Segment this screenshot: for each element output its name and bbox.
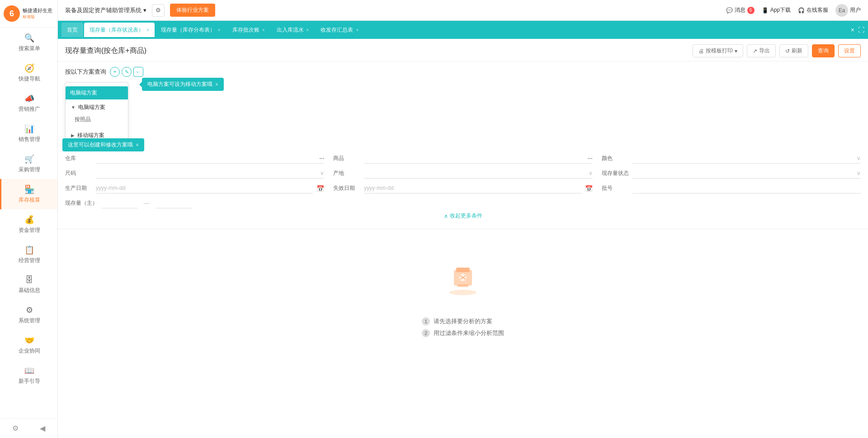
filter-goods-select[interactable]: ··· (364, 153, 592, 164)
filter-actions: + ✎ ← (110, 67, 143, 77)
tab-inventory-dist[interactable]: 现存量（库存分布表） × (156, 23, 226, 37)
filter-header: 按以下方案查询 + ✎ ← (65, 67, 861, 77)
sidebar-item-quicknav[interactable]: 🧭 快捷导航 (0, 58, 57, 88)
filter-origin-select[interactable]: ∨ (364, 168, 592, 179)
tab-bar: 首页 现存量（库存状况表） × 现存量（库存分布表） × 库存批次账 × 出入库… (58, 21, 868, 39)
add-scheme-btn[interactable]: + (110, 67, 120, 77)
tab-inventory-status[interactable]: 现存量（库存状况表） × (84, 23, 155, 37)
sidebar-item-purchase[interactable]: 🛒 采购管理 (0, 149, 57, 179)
scheme-desktop-toggle[interactable]: ▼ 电脑端方案 (66, 101, 128, 113)
export-button[interactable]: ↗ 导出 (747, 44, 776, 57)
filter-produce-date-input[interactable] (96, 183, 313, 193)
sidebar-item-base[interactable]: 🗄 基础信息 (0, 270, 57, 300)
sidebar-item-enterprise[interactable]: 🤝 企业协同 (0, 330, 57, 360)
empty-hint-1: 1 请先选择要分析的方案 (422, 317, 504, 325)
refresh-button[interactable]: ↺ 刷新 (779, 44, 808, 57)
tab-batch[interactable]: 库存批次账 × (227, 23, 270, 37)
user-action[interactable]: Ea 用户 (835, 4, 861, 17)
tab-flow[interactable]: 出入库流水 × (271, 23, 315, 37)
megaphone-icon: 📣 (24, 94, 34, 104)
sidebar-item-search[interactable]: 🔍 搜索菜单 (0, 28, 57, 58)
main-area: 装备及固定资产辅助管理系统 ▾ ⚙ 体验行业方案 💬 消息 6 📱 App下载 … (58, 0, 868, 438)
sidebar-item-inventory[interactable]: 🏪 库存核算 (0, 179, 57, 209)
sidebar: 6 畅捷通好生意 标准版 🔍 搜索菜单 🧭 快捷导航 📣 营销推广 📊 销售管理… (0, 0, 58, 438)
sidebar-item-sales[interactable]: 📊 销售管理 (0, 118, 57, 149)
sidebar-item-search-label: 搜索菜单 (19, 45, 40, 52)
tab-flow-close[interactable]: × (307, 28, 309, 33)
sidebar-item-marketing[interactable]: 📣 营销推广 (0, 88, 57, 118)
message-action[interactable]: 💬 消息 6 (726, 6, 755, 14)
tab-batch-close[interactable]: × (262, 28, 265, 33)
scheme-tooltip-1: 电脑方案可设为移动方案哦 × (142, 78, 224, 91)
filter-expire-date-label: 失效日期 (333, 184, 360, 192)
page-header: 现存量查询(按仓库+商品) 🖨 按模板打印 ▾ ↗ 导出 ↺ 刷新 查询 (58, 39, 868, 61)
tab-fullscreen-btn[interactable]: ⛶ (858, 26, 864, 33)
collapse-bar[interactable]: ∧ 收起更多条件 (65, 208, 861, 223)
search-label: 查询 (818, 47, 829, 55)
filter-size: 尺码 ∨ (65, 168, 324, 179)
filter-expire-date-input[interactable] (364, 183, 581, 193)
filter-chevron-color: ∨ (857, 155, 861, 161)
hint-1-num: 1 (422, 317, 430, 325)
filter-rows: 仓库 ··· 商品 ··· 颜色 (65, 153, 861, 208)
logo-text-area: 畅捷通好生意 标准版 (23, 7, 52, 20)
sidebar-item-finance-label: 资金管理 (19, 226, 40, 234)
settings-button[interactable]: ⚙ (152, 4, 165, 17)
filter-size-select[interactable]: ∨ (96, 168, 324, 179)
hint-2-text: 用过滤条件来缩小分析范围 (434, 329, 504, 337)
phone-icon: 📱 (762, 7, 769, 14)
svg-point-0 (449, 290, 476, 295)
chart-icon: 📊 (24, 124, 34, 134)
guide-icon: 📖 (24, 366, 34, 376)
filter-inventory-min[interactable] (101, 198, 137, 208)
industry-button[interactable]: 体验行业方案 (170, 4, 215, 17)
filter-origin: 产地 ∨ (333, 168, 592, 179)
settings-bottom-btn[interactable]: ⚙ (12, 424, 19, 433)
brand-sub: 标准版 (23, 14, 52, 20)
filter-inventory-max[interactable] (156, 198, 192, 208)
edit-scheme-btn[interactable]: ✎ (122, 67, 132, 77)
filter-produce-date: 生产日期 📅 (65, 183, 324, 193)
scheme-tooltip-2: 这里可以创建和修改方案哦 × (62, 138, 144, 151)
app-download-action[interactable]: 📱 App下载 (762, 6, 791, 14)
tab-home[interactable]: 首页 (61, 23, 83, 37)
filter-batch-label: 批号 (602, 184, 629, 192)
refresh-icon: ↺ (785, 48, 790, 54)
tab-summary[interactable]: 收发存汇总表 × (315, 23, 364, 37)
filter-batch-input[interactable] (632, 183, 861, 193)
tab-close-all-btn[interactable]: × (851, 26, 854, 33)
filter-dots-2: ··· (588, 155, 593, 161)
reset-button[interactable]: 设置 (838, 44, 861, 57)
sidebar-item-system[interactable]: ⚙ 系统管理 (0, 300, 57, 330)
calendar-icon-2[interactable]: 📅 (585, 185, 593, 192)
tooltip-1-close[interactable]: × (215, 81, 218, 88)
scheme-panel-wrapper: 电脑方案可设为移动方案哦 × 电脑端方案 ▼ 电脑端方案 按照品 (65, 82, 128, 147)
sidebar-nav: 🔍 搜索菜单 🧭 快捷导航 📣 营销推广 📊 销售管理 🛒 采购管理 🏪 库存核… (0, 28, 57, 418)
filter-area: 按以下方案查询 + ✎ ← 电脑方案可设为移动方案哦 × 电脑端方案 (58, 61, 868, 229)
search-button[interactable]: 查询 (812, 44, 835, 57)
filter-status-select[interactable]: ∨ (632, 168, 861, 179)
online-service-action[interactable]: 🎧 在线客服 (798, 6, 828, 14)
shopping-icon: 🛒 (24, 154, 34, 164)
system-selector[interactable]: 装备及固定资产辅助管理系统 ▾ (65, 6, 146, 14)
tab-inventory-dist-close[interactable]: × (218, 28, 221, 33)
scheme-desktop-item-1[interactable]: 按照品 (66, 113, 128, 126)
scheme-panel-title: 电脑端方案 (70, 89, 97, 97)
tab-inventory-status-close[interactable]: × (146, 28, 149, 33)
sidebar-item-operations[interactable]: 📋 经营管理 (0, 240, 57, 270)
tab-summary-close[interactable]: × (356, 28, 359, 33)
filter-origin-label: 产地 (333, 170, 360, 177)
collapse-sidebar-btn[interactable]: ◀ (40, 424, 45, 433)
filter-color-label: 颜色 (602, 155, 629, 162)
tooltip-2-close[interactable]: × (136, 142, 139, 148)
print-label: 按模板打印 (706, 47, 733, 55)
calendar-icon-1[interactable]: 📅 (316, 185, 324, 192)
filter-batch: 批号 (602, 183, 861, 193)
sidebar-item-finance[interactable]: 💰 资金管理 (0, 209, 57, 240)
refresh-label: 刷新 (792, 47, 802, 55)
print-button[interactable]: 🖨 按模板打印 ▾ (693, 44, 743, 57)
sidebar-item-guide[interactable]: 📖 新手引导 (0, 360, 57, 391)
filter-color-select[interactable]: ∨ (632, 153, 861, 164)
back-scheme-btn[interactable]: ← (133, 67, 143, 77)
filter-warehouse-select[interactable]: ··· (96, 153, 324, 164)
